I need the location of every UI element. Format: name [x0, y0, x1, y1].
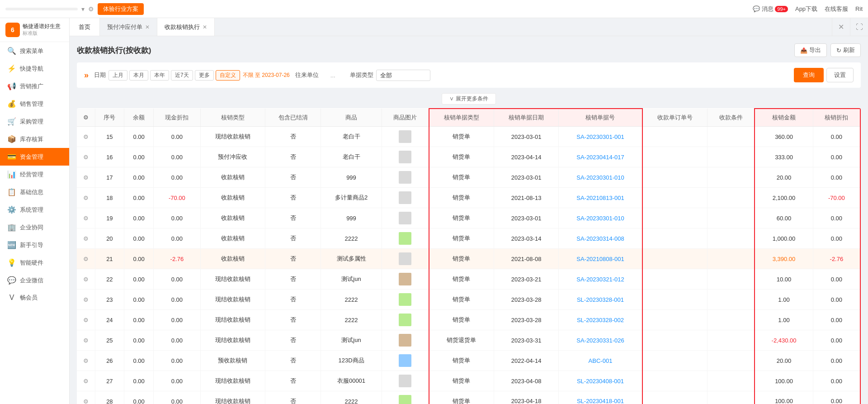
sidebar-item-purchase[interactable]: 🛒 采购管理 — [0, 113, 69, 130]
td-gear[interactable]: ⚙ — [77, 249, 95, 269]
expand-button[interactable]: ∨ 展开更多条件 — [442, 93, 495, 105]
td-is-settled: 否 — [265, 330, 321, 351]
export-button[interactable]: 📤 导出 — [794, 43, 827, 57]
sidebar-item-inventory[interactable]: 📦 库存核算 — [0, 130, 69, 148]
date-btn-custom[interactable]: 自定义 — [216, 70, 240, 81]
sidebar-item-enterprise[interactable]: 🏢 企业协同 — [0, 219, 69, 236]
td-row-no: 28 — [95, 391, 124, 404]
td-receipt-condition — [708, 147, 755, 167]
date-btn-7days[interactable]: 近7天 — [171, 70, 193, 81]
sidebar-item-marketing[interactable]: 📢 营销推广 — [0, 77, 69, 95]
td-gear[interactable]: ⚙ — [77, 371, 95, 391]
td-gear[interactable]: ⚙ — [77, 391, 95, 404]
bill-no-link[interactable]: SA-20210813-001 — [576, 195, 624, 201]
sidebar-item-operations[interactable]: 📊 经营管理 — [0, 166, 69, 183]
bill-no-link[interactable]: SA-20210808-001 — [576, 256, 624, 262]
date-btn-this-year[interactable]: 本年 — [150, 70, 169, 81]
td-row-no: 24 — [95, 310, 124, 330]
td-gear[interactable]: ⚙ — [77, 330, 95, 351]
bill-no-link[interactable]: SL-20230328-002 — [577, 317, 624, 323]
td-gear[interactable]: ⚙ — [77, 290, 95, 310]
td-gear[interactable]: ⚙ — [77, 127, 95, 147]
online-service[interactable]: 在线客服 — [825, 5, 848, 13]
td-bill-type: 销货单 — [429, 167, 494, 188]
bill-no-link[interactable]: SL-20230408-001 — [577, 378, 624, 385]
td-bill-type: 销货单 — [429, 147, 494, 167]
td-gear[interactable]: ⚙ — [77, 269, 95, 290]
tab-collection-close[interactable]: ✕ — [203, 24, 207, 30]
td-gear[interactable]: ⚙ — [77, 188, 95, 208]
bill-no-link[interactable]: SA-20230314-008 — [576, 235, 624, 242]
app-download[interactable]: App下载 — [795, 5, 817, 13]
settings-icon[interactable]: ⚙ — [88, 5, 94, 13]
td-bill-date: 2023-03-01 — [494, 127, 559, 147]
bill-no-link[interactable]: SL-20230418-001 — [577, 398, 624, 404]
logo-icon: 6 — [5, 23, 20, 37]
td-write-off-discount: 0.00 — [813, 391, 860, 404]
logo-sub: 标准版 — [23, 30, 61, 37]
td-balance: 0.00 — [124, 127, 154, 147]
sidebar-item-finance[interactable]: 💳 资金管理 — [0, 148, 69, 166]
td-receipt-condition — [708, 310, 755, 330]
bill-no-link[interactable]: ABC-001 — [589, 357, 613, 364]
sidebar-item-system[interactable]: ⚙️ 系统管理 — [0, 201, 69, 219]
td-gear[interactable]: ⚙ — [77, 310, 95, 330]
date-btn-this-month[interactable]: 本月 — [129, 70, 148, 81]
marketing-icon: 📢 — [7, 82, 16, 90]
refresh-icon: ↻ — [836, 47, 841, 54]
table-row: ⚙ 25 0.00 0.00 现结收款核销 否 测试jun 销货退货单 2023… — [77, 330, 860, 351]
refresh-button[interactable]: ↻ 刷新 — [830, 43, 861, 57]
close-tab-button[interactable]: ✕ — [832, 18, 850, 36]
notification-area[interactable]: 💬 消息 99+ — [753, 5, 788, 13]
td-goods: 测试多属性 — [321, 249, 382, 269]
td-balance: 0.00 — [124, 208, 154, 228]
sidebar-item-wechat[interactable]: 💬 企业微信 — [0, 271, 69, 289]
tab-collection[interactable]: 收款核销执行 ✕ — [157, 18, 215, 36]
td-receipt-order — [642, 269, 708, 290]
tab-prepay-close[interactable]: ✕ — [145, 24, 150, 30]
td-gear[interactable]: ⚙ — [77, 208, 95, 228]
table-row: ⚙ 23 0.00 0.00 现结收款核销 否 2222 销货单 2023-03… — [77, 290, 860, 310]
td-goods: 2222 — [321, 290, 382, 310]
tab-prepay[interactable]: 预付冲应付单 ✕ — [100, 18, 157, 36]
sidebar-item-search-menu[interactable]: 🔍 搜索菜单 — [0, 42, 69, 60]
td-gear[interactable]: ⚙ — [77, 167, 95, 188]
th-gear[interactable]: ⚙ — [77, 109, 95, 127]
user-name[interactable]: Rit — [855, 5, 863, 12]
date-range-text: 不限 至 2023-07-26 — [243, 71, 290, 79]
sidebar-item-hardware[interactable]: 💡 智能硬件 — [0, 254, 69, 271]
bill-no-link[interactable]: SA-20230301-010 — [576, 215, 624, 222]
sidebar-item-basic[interactable]: 📋 基础信息 — [0, 183, 69, 201]
bill-no-link[interactable]: SA-20230301-010 — [576, 174, 624, 181]
solution-button[interactable]: 体验行业方案 — [98, 3, 144, 15]
bill-type-select[interactable]: 全部 销货单 — [376, 70, 430, 81]
sidebar-label-system: 系统管理 — [20, 206, 43, 214]
table-header-row: ⚙ 序号 余额 现金折扣 核销类型 包含已结清 商品 商品图片 核销单据类型 核… — [77, 109, 860, 127]
tab-home[interactable]: 首页 — [70, 18, 100, 36]
td-goods-img — [382, 127, 429, 147]
dropdown-icon[interactable]: ▾ — [81, 5, 85, 13]
table-row: ⚙ 15 0.00 0.00 现结收款核销 否 老白干 销货单 2023-03-… — [77, 127, 860, 147]
sidebar-item-vip[interactable]: V 畅会员 — [0, 289, 69, 306]
bill-no-link[interactable]: SL-20230328-001 — [577, 296, 624, 303]
bill-no-link[interactable]: SA-20230301-001 — [576, 133, 624, 140]
filter-settings-button[interactable]: 设置 — [826, 68, 854, 82]
td-write-off-amount: 20.00 — [755, 351, 813, 371]
date-btn-last-month[interactable]: 上月 — [108, 70, 127, 81]
bill-no-link[interactable]: SA-20230414-017 — [576, 154, 624, 161]
query-button[interactable]: 查询 — [794, 68, 824, 82]
td-receipt-order — [642, 228, 708, 249]
bill-no-link[interactable]: SA-20230331-026 — [576, 337, 624, 344]
td-bill-date: 2023-03-31 — [494, 330, 559, 351]
sidebar-item-sales[interactable]: 💰 销售管理 — [0, 95, 69, 113]
bill-no-link[interactable]: SA-20230321-012 — [576, 276, 624, 283]
td-gear[interactable]: ⚙ — [77, 228, 95, 249]
sidebar-label-quick-nav: 快捷导航 — [20, 65, 43, 73]
sidebar-item-guide[interactable]: 🆕 新手引导 — [0, 236, 69, 254]
filter-toggle-button[interactable]: » — [84, 71, 89, 80]
maximize-button[interactable]: ⛶ — [850, 18, 868, 36]
sidebar-item-quick-nav[interactable]: ⚡ 快捷导航 — [0, 60, 69, 77]
td-gear[interactable]: ⚙ — [77, 147, 95, 167]
date-btn-more[interactable]: 更多 — [195, 70, 214, 81]
td-gear[interactable]: ⚙ — [77, 351, 95, 371]
